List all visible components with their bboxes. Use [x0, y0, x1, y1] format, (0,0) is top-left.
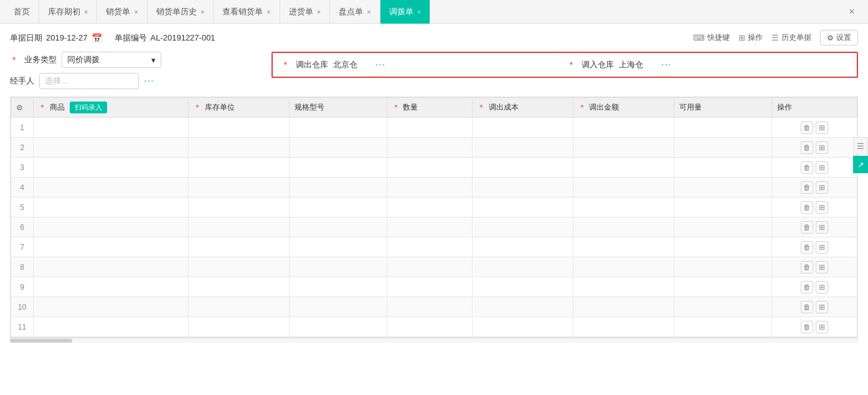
tab-sales-history-close[interactable]: × — [200, 8, 204, 16]
row-copy-btn-6[interactable]: ⊞ — [816, 221, 828, 234]
row-cost-6[interactable] — [473, 217, 573, 237]
row-qty-4[interactable] — [387, 178, 472, 198]
transfer-out-more-btn[interactable]: ··· — [375, 59, 385, 70]
handler-dropdown[interactable]: 选择... — [39, 73, 139, 89]
row-unit-1[interactable] — [189, 118, 290, 138]
row-product-2[interactable] — [34, 138, 189, 158]
row-spec-10[interactable] — [289, 297, 387, 317]
row-unit-5[interactable] — [189, 198, 290, 217]
tab-stocktake-close[interactable]: × — [367, 8, 370, 16]
row-cost-3[interactable] — [473, 158, 573, 178]
row-copy-btn-1[interactable]: ⊞ — [816, 121, 828, 134]
row-amount-2[interactable] — [573, 138, 674, 158]
scan-button[interactable]: 扫码录入 — [70, 102, 107, 113]
row-delete-btn-8[interactable]: 🗑 — [801, 261, 813, 274]
row-spec-4[interactable] — [289, 178, 387, 198]
row-product-5[interactable] — [34, 198, 189, 217]
row-amount-6[interactable] — [573, 217, 674, 237]
tab-transfer-close[interactable]: × — [417, 8, 421, 16]
row-cost-11[interactable] — [473, 317, 573, 337]
row-amount-10[interactable] — [573, 297, 674, 317]
row-delete-btn-7[interactable]: 🗑 — [801, 241, 813, 254]
horizontal-scrollbar[interactable] — [10, 338, 858, 343]
row-delete-btn-10[interactable]: 🗑 — [801, 301, 813, 313]
row-cost-9[interactable] — [473, 277, 573, 297]
row-copy-btn-3[interactable]: ⊞ — [816, 161, 828, 174]
row-amount-9[interactable] — [573, 277, 674, 297]
row-cost-1[interactable] — [473, 118, 573, 138]
row-qty-7[interactable] — [387, 237, 472, 257]
row-spec-5[interactable] — [289, 198, 387, 217]
row-qty-2[interactable] — [387, 138, 472, 158]
row-cost-4[interactable] — [473, 178, 573, 198]
row-available-3[interactable] — [674, 158, 771, 178]
row-qty-9[interactable] — [387, 277, 472, 297]
history-btn[interactable]: ☰ 历史单据 — [771, 32, 811, 43]
row-available-7[interactable] — [674, 237, 771, 257]
row-unit-7[interactable] — [189, 237, 290, 257]
row-cost-7[interactable] — [473, 237, 573, 257]
row-product-9[interactable] — [34, 277, 189, 297]
row-copy-btn-9[interactable]: ⊞ — [816, 281, 828, 293]
row-copy-btn-8[interactable]: ⊞ — [816, 261, 828, 274]
operate-btn[interactable]: ⊞ 操作 — [738, 32, 763, 43]
row-delete-btn-9[interactable]: 🗑 — [801, 281, 813, 293]
tab-sales-order[interactable]: 销货单 × — [97, 0, 147, 24]
float-list-btn[interactable]: ☰ — [853, 137, 868, 155]
row-product-8[interactable] — [34, 257, 189, 277]
row-delete-btn-6[interactable]: 🗑 — [801, 221, 813, 234]
business-type-dropdown[interactable]: 同价调拨 ▾ — [62, 52, 161, 68]
tab-stocktake[interactable]: 盘点单 × — [330, 0, 380, 24]
row-amount-11[interactable] — [573, 317, 674, 337]
window-close-button[interactable]: × — [843, 3, 861, 21]
tab-sales-history[interactable]: 销货单历史 × — [148, 0, 214, 24]
row-spec-6[interactable] — [289, 217, 387, 237]
row-copy-btn-10[interactable]: ⊞ — [816, 301, 828, 313]
row-spec-2[interactable] — [289, 138, 387, 158]
row-available-5[interactable] — [674, 198, 771, 217]
tab-transfer[interactable]: 调拨单 × — [380, 0, 430, 24]
row-unit-2[interactable] — [189, 138, 290, 158]
row-unit-3[interactable] — [189, 158, 290, 178]
float-expand-btn[interactable]: ↗ — [853, 156, 868, 173]
row-available-10[interactable] — [674, 297, 771, 317]
row-available-11[interactable] — [674, 317, 771, 337]
row-qty-10[interactable] — [387, 297, 472, 317]
row-amount-5[interactable] — [573, 198, 674, 217]
row-delete-btn-1[interactable]: 🗑 — [801, 121, 813, 134]
tab-inventory-init-close[interactable]: × — [84, 8, 88, 16]
row-delete-btn-3[interactable]: 🗑 — [801, 161, 813, 174]
row-qty-11[interactable] — [387, 317, 472, 337]
row-qty-3[interactable] — [387, 158, 472, 178]
row-copy-btn-7[interactable]: ⊞ — [816, 241, 828, 254]
row-product-4[interactable] — [34, 178, 189, 198]
transfer-in-more-btn[interactable]: ··· — [661, 59, 671, 70]
row-available-2[interactable] — [674, 138, 771, 158]
row-unit-4[interactable] — [189, 178, 290, 198]
row-copy-btn-11[interactable]: ⊞ — [816, 321, 828, 333]
tab-inventory-init[interactable]: 库存期初 × — [39, 0, 97, 24]
tab-purchase-close[interactable]: × — [317, 8, 321, 16]
tab-view-sales[interactable]: 查看销货单 × — [214, 0, 280, 24]
row-cost-10[interactable] — [473, 297, 573, 317]
row-qty-8[interactable] — [387, 257, 472, 277]
row-amount-8[interactable] — [573, 257, 674, 277]
row-cost-5[interactable] — [473, 198, 573, 217]
row-delete-btn-5[interactable]: 🗑 — [801, 201, 813, 214]
row-product-7[interactable] — [34, 237, 189, 257]
row-product-11[interactable] — [34, 317, 189, 337]
row-spec-9[interactable] — [289, 277, 387, 297]
row-cost-8[interactable] — [473, 257, 573, 277]
row-unit-10[interactable] — [189, 297, 290, 317]
row-amount-4[interactable] — [573, 178, 674, 198]
row-unit-8[interactable] — [189, 257, 290, 277]
row-amount-3[interactable] — [573, 158, 674, 178]
row-unit-9[interactable] — [189, 277, 290, 297]
tab-sales-order-close[interactable]: × — [134, 8, 138, 16]
row-unit-6[interactable] — [189, 217, 290, 237]
row-qty-1[interactable] — [387, 118, 472, 138]
row-product-3[interactable] — [34, 158, 189, 178]
row-spec-1[interactable] — [289, 118, 387, 138]
row-available-9[interactable] — [674, 277, 771, 297]
calendar-icon[interactable]: 📅 — [92, 33, 102, 43]
